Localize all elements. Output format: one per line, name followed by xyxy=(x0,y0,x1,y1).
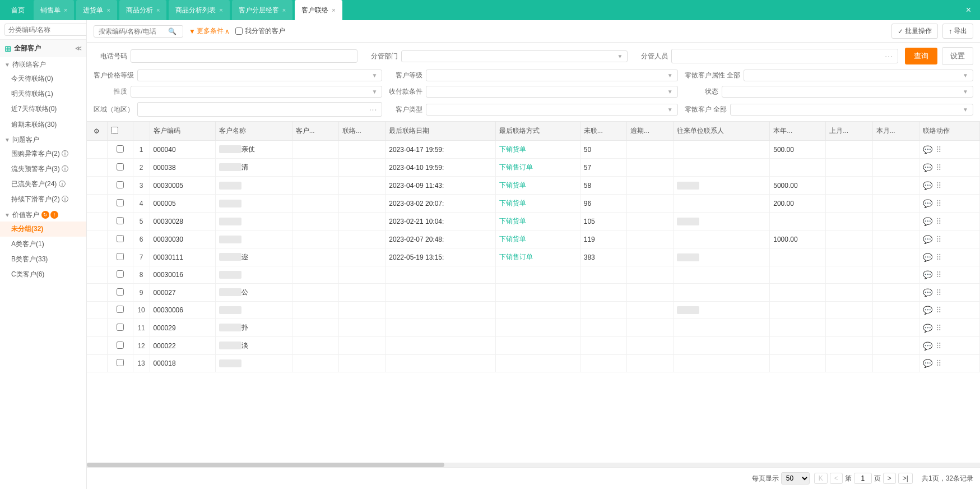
horizontal-scrollbar[interactable] xyxy=(87,463,980,467)
td-checkbox[interactable] xyxy=(107,213,133,230)
export-button[interactable]: ↑ 导出 xyxy=(942,24,973,39)
sales-tab-close[interactable]: × xyxy=(64,7,67,13)
sidebar-item-lost[interactable]: 已流失客户(24) ⓘ xyxy=(0,177,86,192)
sidebar-item-classC[interactable]: C类客户(6) xyxy=(0,267,86,282)
row-checkbox[interactable] xyxy=(117,217,124,224)
person-select[interactable]: ··· xyxy=(671,49,898,63)
problem-customers-group[interactable]: ▼ 问题客户 xyxy=(0,132,86,146)
row-checkbox[interactable] xyxy=(117,359,124,366)
customer-contact-tab-close[interactable]: × xyxy=(332,7,335,13)
status-select[interactable]: ▼ xyxy=(722,86,973,98)
sidebar-item-warning[interactable]: 流失预警客户(3) ⓘ xyxy=(0,162,86,177)
last-page-button[interactable]: >| xyxy=(898,473,913,484)
nav-tab-customer-contact[interactable]: 客户联络 × xyxy=(295,0,342,20)
customer-layer-tab-close[interactable]: × xyxy=(282,7,286,13)
region-select[interactable]: ··· xyxy=(137,102,382,117)
more-icon[interactable]: ⠿ xyxy=(936,235,941,244)
sidebar-item-classA[interactable]: A类客户(1) xyxy=(0,237,86,252)
nav-tab-goods-list[interactable]: 商品分析列表 × xyxy=(169,0,229,20)
row-checkbox[interactable] xyxy=(117,145,124,153)
customer-type-select[interactable]: ▼ xyxy=(426,104,677,116)
more-icon[interactable]: ⠿ xyxy=(936,163,941,172)
scrollbar-thumb[interactable] xyxy=(87,463,444,467)
sidebar-item-today[interactable]: 今天待联络(0) xyxy=(0,71,86,86)
th-settings[interactable]: ⚙ xyxy=(87,122,107,141)
td-last-contact-method[interactable]: 下销货单 xyxy=(496,230,580,248)
retail-customer-select[interactable]: ▼ xyxy=(730,104,973,116)
chat-icon[interactable]: 💬 xyxy=(923,270,932,279)
sidebar-item-ungroup[interactable]: 未分组(32) xyxy=(0,222,86,237)
reset-button[interactable]: 设置 xyxy=(942,47,973,65)
more-icon[interactable]: ⠿ xyxy=(936,306,941,315)
th-last-month[interactable]: 上月... xyxy=(826,122,872,141)
row-checkbox[interactable] xyxy=(117,270,124,278)
th-type[interactable]: 客户... xyxy=(292,122,338,141)
filter-search-input[interactable] xyxy=(99,27,166,35)
contact-method-link[interactable]: 下销货单 xyxy=(499,217,526,225)
td-last-contact-method[interactable]: 下销货单 xyxy=(496,141,580,159)
window-close-button[interactable]: × xyxy=(962,5,976,15)
select-all-checkbox[interactable] xyxy=(111,127,118,134)
td-checkbox[interactable] xyxy=(107,230,133,248)
contact-method-link[interactable]: 下销货单 xyxy=(499,145,526,153)
th-code[interactable]: 客户编码 xyxy=(150,122,216,141)
more-icon[interactable]: ⠿ xyxy=(936,270,941,279)
row-checkbox[interactable] xyxy=(117,235,124,242)
th-this-month[interactable]: 本月... xyxy=(872,122,919,141)
th-uncontacted[interactable]: 未联... xyxy=(580,122,626,141)
td-checkbox[interactable] xyxy=(107,141,133,159)
th-contact[interactable]: 联络... xyxy=(338,122,385,141)
nav-tab-purchase[interactable]: 进货单 × xyxy=(76,0,117,20)
td-checkbox[interactable] xyxy=(107,355,133,372)
sidebar-search-input[interactable] xyxy=(4,24,87,36)
chat-icon[interactable]: 💬 xyxy=(923,253,932,262)
filter-search-icon[interactable]: 🔍 xyxy=(168,27,177,35)
chat-icon[interactable]: 💬 xyxy=(923,306,932,315)
sidebar-item-classB[interactable]: B类客户(33) xyxy=(0,252,86,267)
td-last-contact-method[interactable]: 下销售订单 xyxy=(496,159,580,177)
td-last-contact-method[interactable]: 下销货单 xyxy=(496,177,580,195)
contact-method-link[interactable]: 下销货单 xyxy=(499,199,526,207)
td-checkbox[interactable] xyxy=(107,248,133,266)
contact-method-link[interactable]: 下销货单 xyxy=(499,181,526,189)
contact-method-link[interactable]: 下销货单 xyxy=(499,235,526,243)
pending-customers-group[interactable]: ▼ 待联络客户 xyxy=(0,57,86,71)
row-checkbox[interactable] xyxy=(117,306,124,313)
nature-select[interactable]: ▼ xyxy=(131,86,382,98)
th-checkbox[interactable] xyxy=(107,122,133,141)
th-this-year[interactable]: 本年... xyxy=(770,122,826,141)
more-icon[interactable]: ⠿ xyxy=(936,324,941,333)
th-last-contact-date[interactable]: 最后联络日期 xyxy=(386,122,496,141)
chat-icon[interactable]: 💬 xyxy=(923,199,932,208)
goods-list-tab-close[interactable]: × xyxy=(219,7,222,13)
td-checkbox[interactable] xyxy=(107,177,133,195)
td-checkbox[interactable] xyxy=(107,337,133,355)
chat-icon[interactable]: 💬 xyxy=(923,342,932,350)
chat-icon[interactable]: 💬 xyxy=(923,324,932,333)
my-customers-checkbox[interactable] xyxy=(235,27,243,35)
chat-icon[interactable]: 💬 xyxy=(923,217,932,226)
next-page-button[interactable]: > xyxy=(883,473,896,484)
row-checkbox[interactable] xyxy=(117,163,124,170)
th-overdue[interactable]: 逾期... xyxy=(627,122,674,141)
sidebar-item-declining[interactable]: 持续下滑客户(2) ⓘ xyxy=(0,192,86,207)
more-icon[interactable]: ⠿ xyxy=(936,199,941,208)
th-last-contact-method[interactable]: 最后联络方式 xyxy=(496,122,580,141)
chat-icon[interactable]: 💬 xyxy=(923,235,932,244)
nav-tab-home[interactable]: 首页 xyxy=(4,0,31,20)
goods-analysis-tab-close[interactable]: × xyxy=(156,7,160,13)
chat-icon[interactable]: 💬 xyxy=(923,181,932,190)
row-checkbox[interactable] xyxy=(117,253,124,260)
contact-method-link[interactable]: 下销售订单 xyxy=(499,253,533,261)
row-checkbox[interactable] xyxy=(117,342,124,349)
row-checkbox[interactable] xyxy=(117,324,124,331)
more-icon[interactable]: ⠿ xyxy=(936,145,941,154)
dept-select[interactable]: ▼ xyxy=(401,50,628,62)
refresh-icon[interactable]: ↻ xyxy=(41,211,49,219)
more-icon[interactable]: ⠿ xyxy=(936,181,941,190)
sidebar-item-tomorrow[interactable]: 明天待联络(1) xyxy=(0,86,86,102)
sidebar-item-abnormal[interactable]: 囤购异常客户(2) ⓘ xyxy=(0,146,86,162)
td-last-contact-method[interactable]: 下销售订单 xyxy=(496,248,580,266)
row-checkbox[interactable] xyxy=(117,288,124,296)
td-checkbox[interactable] xyxy=(107,266,133,284)
